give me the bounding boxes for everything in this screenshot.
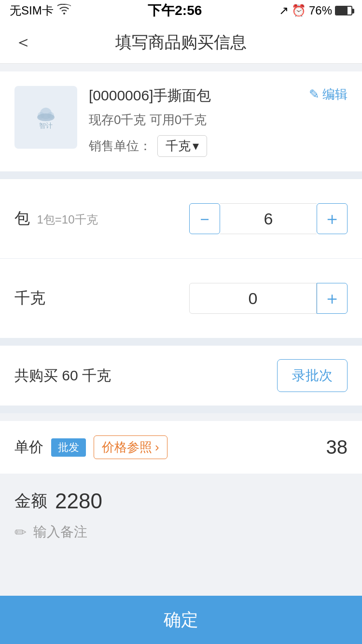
price-ref-button[interactable]: 价格参照 ›	[94, 435, 167, 459]
amount-section: 金额 2280 ✏ 输入备注	[0, 475, 362, 556]
wifi-icon	[57, 4, 71, 17]
status-right: ↗ ⏰ 76%	[279, 4, 352, 17]
kg-increment-button[interactable]: ＋	[317, 283, 348, 314]
status-time: 下午2:56	[148, 1, 202, 20]
product-card: 智计 [0000006]手撕面包 现存0千克 可用0千克 销售单位： 千克 ▾ …	[0, 71, 362, 171]
page-title: 填写商品购买信息	[115, 31, 247, 54]
summary-section: 共购买 60 千克 录批次	[0, 346, 362, 406]
kg-quantity-control: ＋	[189, 283, 348, 314]
batch-button[interactable]: 录批次	[277, 359, 348, 392]
price-section: 单价 批发 价格参照 › 38	[0, 421, 362, 474]
kg-label: 千克	[14, 288, 45, 309]
amount-value: 2280	[55, 489, 102, 513]
price-label: 单价	[14, 437, 43, 457]
bao-quantity-control: － ＋	[189, 203, 348, 234]
product-stock: 现存0千克 可用0千克	[89, 112, 348, 128]
status-left: 无SIM卡	[10, 3, 71, 18]
pencil-icon: ✏	[14, 524, 27, 541]
alarm-icon: ⏰	[292, 4, 306, 17]
price-value: 38	[326, 436, 348, 458]
divider-2	[0, 338, 362, 346]
remark-row[interactable]: ✏ 输入备注	[14, 523, 348, 541]
battery-text: 76%	[309, 4, 332, 17]
product-unit-row: 销售单位： 千克 ▾	[89, 135, 348, 157]
price-ref-label: 价格参照	[102, 439, 152, 456]
remark-placeholder: 输入备注	[33, 523, 87, 541]
divider-1	[0, 171, 362, 179]
divider-3	[0, 406, 362, 413]
amount-row: 金额 2280	[14, 489, 348, 513]
edit-icon: ✎	[309, 87, 320, 102]
bao-row: 包 1包=10千克 － ＋	[14, 194, 348, 244]
carrier-text: 无SIM卡	[10, 3, 54, 18]
status-bar: 无SIM卡 下午2:56 ↗ ⏰ 76%	[0, 0, 362, 21]
nav-bar: ＜ 填写商品购买信息	[0, 21, 362, 64]
amount-label: 金额	[14, 490, 47, 512]
back-button[interactable]: ＜	[14, 30, 32, 54]
svg-point-3	[37, 113, 55, 121]
kg-quantity-input[interactable]	[189, 283, 317, 314]
bao-sublabel: 1包=10千克	[37, 213, 97, 226]
battery-icon	[335, 6, 352, 15]
price-tag: 批发	[51, 438, 86, 457]
chevron-right-icon: ›	[155, 440, 159, 455]
chevron-down-icon: ▾	[193, 139, 199, 154]
confirm-button[interactable]: 确定	[0, 596, 362, 644]
summary-text: 共购买 60 千克	[14, 366, 111, 386]
unit-select[interactable]: 千克 ▾	[157, 135, 207, 157]
bao-label: 包	[14, 210, 30, 227]
location-icon: ↗	[279, 4, 289, 17]
bao-quantity-input[interactable]	[220, 203, 317, 234]
kg-row: 千克 ＋	[14, 273, 348, 323]
bao-decrement-button[interactable]: －	[189, 203, 220, 234]
product-image: 智计	[14, 86, 77, 149]
edit-button[interactable]: ✎ 编辑	[309, 86, 348, 103]
bao-input-section: 包 1包=10千克 － ＋	[0, 179, 362, 258]
bao-label-container: 包 1包=10千克	[14, 208, 98, 229]
kg-input-section: 千克 ＋	[0, 259, 362, 338]
bao-increment-button[interactable]: ＋	[317, 203, 348, 234]
unit-label: 销售单位：	[89, 138, 152, 154]
svg-text:智计: 智计	[39, 122, 53, 129]
